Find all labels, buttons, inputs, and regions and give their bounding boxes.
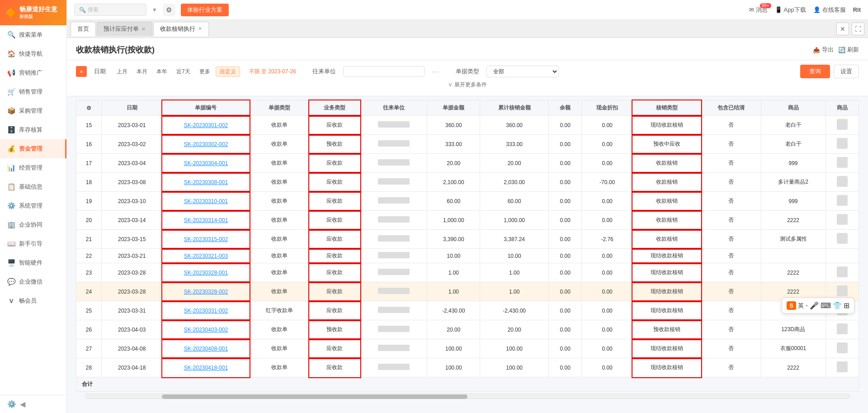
sidebar-item-inventory[interactable]: 🗄️ 库存核算 [0,120,66,139]
table-cell: 2,030.00 [480,173,549,192]
table-cell[interactable]: SK-20230301-002 [162,116,250,135]
doc-no-link[interactable]: SK-20230328-002 [184,289,228,295]
table-cell[interactable]: SK-20230314-001 [162,211,250,230]
sidebar-item-enterprise[interactable]: 🏢 企业协同 [0,215,66,234]
doc-no-link[interactable]: SK-20230304-001 [184,160,228,166]
industry-btn[interactable]: 体验行业方案 [181,4,229,16]
col-header-partner[interactable]: 往来单位 [360,100,427,116]
table-cell: 2023-03-14 [102,211,162,230]
table-cell[interactable]: SK-20230331-002 [162,301,250,320]
date-btn-this-month[interactable]: 本月 [133,66,151,77]
tab-close-all-btn[interactable]: ✕ [836,23,849,35]
table-cell[interactable]: SK-20230321-003 [162,249,250,263]
topbar-gear-btn[interactable]: ⚙ [163,4,175,16]
doc-type-select[interactable]: 全部 收款单 红字收款单 [486,66,559,77]
shirt-icon[interactable]: 👕 [833,301,842,310]
partner-input[interactable] [343,66,425,77]
sidebar-item-finance[interactable]: 💰 资金管理 [0,139,66,158]
sidebar-item-sales[interactable]: 🛒 销售管理 [0,82,66,101]
floating-toolbar[interactable]: S 英 · 🎤 ⌨ 👕 ⊞ [782,298,854,313]
sidebar-item-operations[interactable]: 📊 经营管理 [0,158,66,177]
collapse-icon[interactable]: ◀ [20,400,25,408]
table-cell[interactable]: SK-20230302-002 [162,135,250,154]
col-header-include-settled[interactable]: 包含已结清 [701,100,761,116]
doc-no-link[interactable]: SK-20230314-001 [184,217,228,223]
topbar-search[interactable]: 🔍 搜索 [74,4,146,16]
col-header-biz-type[interactable]: 业务类型 [309,100,360,116]
table-cell: 否 [701,249,761,263]
col-header-product[interactable]: 商品 [761,100,826,116]
tab-home[interactable]: 首页 [71,22,96,36]
date-btn-more[interactable]: 更多 [196,66,214,77]
filter-toggle-btn[interactable]: » [76,66,87,77]
expand-conditions-btn[interactable]: ∨ 展开更多条件 [76,78,859,91]
col-header-doc-no[interactable]: 单据编号 [162,100,250,116]
sidebar-item-member[interactable]: V 畅会员 [0,291,66,310]
doc-no-link[interactable]: SK-20230308-001 [184,179,228,185]
messages-btn[interactable]: ✉ 消息 99+ [749,6,768,14]
query-btn[interactable]: 查询 [800,65,830,78]
scrollbar-thumb[interactable] [162,394,467,399]
col-header-cash-discount[interactable]: 现金折扣 [582,100,633,116]
tab-collection[interactable]: 收款核销执行 ✕ [153,22,209,36]
settings-btn[interactable]: 设置 [834,65,859,78]
col-header-amount[interactable]: 单据金额 [427,100,480,116]
col-header-balance[interactable]: 余额 [548,100,581,116]
date-btn-7days[interactable]: 近7天 [173,66,194,77]
doc-no-link[interactable]: SK-20230310-001 [184,198,228,204]
date-btn-this-year[interactable]: 本年 [153,66,171,77]
doc-no-link[interactable]: SK-20230315-002 [184,236,228,242]
tab-expand-btn[interactable]: ⛶ [852,23,864,35]
more-options-icon[interactable]: ··· [432,68,440,75]
export-btn[interactable]: 📤 导出 [813,46,834,54]
mic-icon[interactable]: 🎤 [810,301,819,310]
doc-no-link[interactable]: SK-20230328-001 [184,270,228,276]
col-header-verify-type[interactable]: 核销类型 [632,100,701,116]
grid2-icon[interactable]: ⊞ [844,301,849,310]
sidebar-item-hardware[interactable]: 🖥️ 智能硬件 [0,253,66,272]
table-cell[interactable]: SK-20230328-002 [162,282,250,301]
table-cell[interactable]: SK-20230310-001 [162,192,250,211]
sidebar-item-guide[interactable]: 📖 新手引导 [0,234,66,253]
col-header-date[interactable]: 日期 [102,100,162,116]
sidebar-item-system[interactable]: ⚙️ 系统管理 [0,196,66,215]
sidebar-item-search[interactable]: 🔍 搜索菜单 [0,25,66,44]
dropdown-chevron-icon[interactable]: ▼ [152,7,157,13]
doc-no-link[interactable]: SK-20230418-001 [184,365,228,371]
table-cell[interactable]: SK-20230308-001 [162,173,250,192]
date-btn-last-month[interactable]: 上月 [113,66,131,77]
online-service-btn[interactable]: 👤 在线客服 [813,6,846,14]
table-cell[interactable]: SK-20230408-001 [162,339,250,358]
table-cell[interactable]: SK-20230328-001 [162,263,250,282]
col-header-total-verified[interactable]: 累计核销金额 [480,100,549,116]
tab-collection-close-icon[interactable]: ✕ [198,26,202,32]
grid-icon[interactable]: ⌨ [821,301,831,310]
table-cell[interactable]: SK-20230315-002 [162,230,250,249]
refresh-btn[interactable]: 🔄 刷新 [838,46,859,54]
doc-no-link[interactable]: SK-20230403-002 [184,327,228,333]
tab-prepay-close-icon[interactable]: ✕ [142,26,146,32]
date-custom-btn[interactable]: 自定义 [216,66,240,77]
sidebar-item-wechat[interactable]: 💬 企业微信 [0,272,66,291]
doc-no-link[interactable]: SK-20230302-002 [184,141,228,147]
sidebar-item-quick[interactable]: 🏠 快捷导航 [0,44,66,63]
horizontal-scrollbar[interactable] [85,394,850,399]
doc-no-link[interactable]: SK-20230408-001 [184,346,228,352]
sidebar-item-purchase[interactable]: 📦 采购管理 [0,101,66,120]
table-cell[interactable]: SK-20230403-002 [162,320,250,339]
settings-icon[interactable]: ⚙️ [7,400,16,408]
tab-prepay[interactable]: 预计应应付单 ✕ [97,22,152,36]
user-profile[interactable]: Rit [853,6,861,13]
app-download-btn[interactable]: 📱 App下载 [775,6,806,14]
sidebar-item-marketing[interactable]: 📢 营销推广 [0,63,66,82]
doc-no-link[interactable]: SK-20230331-002 [184,308,228,314]
sidebar-item-basic[interactable]: 📋 基础信息 [0,177,66,196]
table-cell[interactable]: SK-20230304-001 [162,154,250,173]
doc-no-link[interactable]: SK-20230301-002 [184,122,228,128]
doc-no-link[interactable]: SK-20230321-003 [184,253,228,259]
col-header-doc-type[interactable]: 单据类型 [250,100,309,116]
table-cell[interactable]: SK-20230418-001 [162,358,250,377]
col-header-product2[interactable]: 商品 [826,100,859,116]
table-cell: 100.00 [427,358,480,377]
col-header-gear[interactable]: ⚙ [76,100,102,116]
